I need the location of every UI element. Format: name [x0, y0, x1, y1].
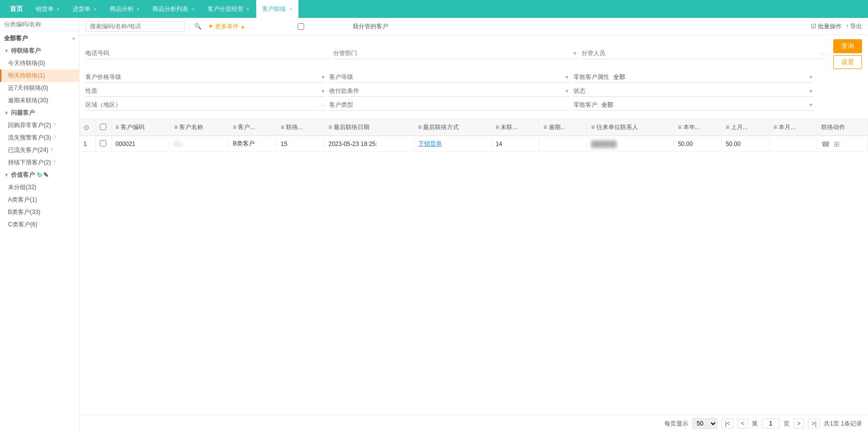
sidebar-item-churn-warning[interactable]: 流失预警客户(3) ?	[0, 132, 79, 144]
filter-dept-arrow[interactable]: ▼	[573, 51, 578, 56]
search-input[interactable]	[85, 21, 185, 32]
next-page-btn[interactable]: >	[794, 419, 804, 429]
close-product-analysis-icon[interactable]: ×	[137, 6, 140, 12]
nav-product-analysis-list[interactable]: 商品分析列表 ×	[146, 0, 200, 18]
close-purchase-icon[interactable]: ×	[93, 6, 96, 12]
filter-row-1: 电话号码 分管部门 ▼ 分管人员 ··· 查询 设置	[85, 39, 862, 69]
close-product-analysis-list-icon[interactable]: ×	[191, 6, 194, 12]
group-problem-customers[interactable]: ▼ 问题客户	[0, 107, 79, 119]
page-input[interactable]	[762, 419, 780, 429]
page-label: 第	[752, 420, 758, 428]
sidebar-item-declining[interactable]: 持续下滑客户(2) ?	[0, 156, 79, 169]
col-type[interactable]: ≡ 客户...	[228, 119, 276, 136]
sidebar-item-tomorrow[interactable]: 明天待联络(1)	[0, 70, 79, 82]
sidebar-item-today[interactable]: 今天待联络(0)	[0, 57, 79, 70]
sidebar-item-grade-c[interactable]: C类客户(6)	[0, 218, 79, 231]
col-this-month[interactable]: ≡ 本月...	[769, 119, 817, 136]
col-contact-person[interactable]: ≡ 往来单位联系人	[587, 119, 674, 136]
col-this-year[interactable]: ≡ 本年...	[674, 119, 722, 136]
action-phone-icon[interactable]: ☎	[821, 140, 830, 148]
search-icon[interactable]: 🔍	[194, 23, 202, 30]
group-value-customers[interactable]: ▼ 价值客户 ↻ ✎	[0, 169, 79, 181]
filter-status-label: 状态	[574, 87, 585, 95]
last-contact-link[interactable]: 下销货单	[418, 140, 442, 147]
more-conditions-btn[interactable]: ▼ 更多条件 ▲	[206, 21, 247, 32]
col-last-month[interactable]: ≡ 上月...	[722, 119, 769, 136]
filter-retail-attr-label: 零散客户属性	[574, 73, 609, 81]
col-contact-count[interactable]: ≡ 联络...	[277, 119, 324, 136]
batch-op-btn[interactable]: ☑ 批量操作	[811, 22, 842, 31]
filter-person-more[interactable]: ···	[821, 51, 825, 57]
col-last-contact-date[interactable]: ≡ 最后联络日期	[324, 119, 414, 136]
edit-value-icon[interactable]: ✎	[43, 171, 49, 179]
sidebar-item-grade-b[interactable]: B类客户(33)	[0, 206, 79, 218]
sidebar-search-input[interactable]	[4, 21, 78, 28]
gear-icon[interactable]: ⚙	[83, 124, 90, 132]
page-suffix: 页	[784, 420, 790, 428]
prev-page-btn[interactable]: <	[737, 419, 748, 429]
help-icon-churn-warning[interactable]: ?	[53, 135, 56, 141]
nav-customer-contact[interactable]: 客户联络 ×	[256, 0, 298, 18]
row-last-contact-method[interactable]: 下销货单	[414, 136, 492, 152]
filter-price-grade-arrow[interactable]: ▼	[320, 74, 325, 80]
filter-dept-label: 分管部门	[333, 49, 357, 58]
first-page-btn[interactable]: |<	[722, 419, 733, 429]
nav-home[interactable]: 首页	[4, 0, 29, 18]
filter-retail-customer-arrow[interactable]: ▼	[808, 102, 813, 108]
my-customers-label: 我分管的客户	[353, 22, 388, 31]
filter-retail-customer-value: 全部	[601, 101, 808, 109]
sidebar-item-overdue-label: 逾期未联络(30)	[8, 96, 48, 105]
my-customers-checkbox[interactable]	[251, 23, 351, 30]
filter-nature-arrow[interactable]: ▼	[320, 88, 325, 94]
refresh-value-icon[interactable]: ↻	[37, 171, 42, 179]
action-grid-icon[interactable]: ⊞	[834, 140, 840, 148]
filter-customer-grade-arrow[interactable]: ▼	[565, 74, 570, 80]
group-pending-contact[interactable]: ▼ 待联络客户	[0, 45, 79, 57]
close-customer-contact-icon[interactable]: ×	[289, 6, 292, 12]
sidebar-item-churned-label: 已流失客户(24)	[8, 146, 48, 154]
help-icon-abnormal[interactable]: ?	[53, 123, 56, 128]
sidebar-item-overdue[interactable]: 逾期未联络(30)	[0, 94, 79, 107]
nav-purchase[interactable]: 进货单 ×	[67, 0, 102, 18]
my-customers-check-label: 我分管的客户	[251, 22, 388, 31]
filter-retail-attr-arrow[interactable]: ▼	[808, 74, 813, 80]
nav-sales[interactable]: 销货单 ×	[30, 0, 66, 18]
sidebar-item-churn-warning-label: 流失预警客户(3)	[8, 134, 51, 142]
export-btn[interactable]: ↑ 导出	[846, 22, 862, 31]
sidebar-item-abnormal[interactable]: 回购异常客户(2) ?	[0, 119, 79, 132]
filter-status-arrow[interactable]: ▼	[808, 88, 813, 94]
col-overdue[interactable]: ≡ 逾期...	[539, 119, 587, 136]
settings-btn[interactable]: 设置	[833, 55, 862, 69]
filter-nature: 性质 ▼	[85, 87, 325, 97]
col-checkbox[interactable]	[95, 119, 111, 136]
last-page-btn[interactable]: >|	[808, 419, 820, 429]
filter-retail-customer: 零散客户 全部 ▼	[574, 101, 813, 111]
sidebar-item-abnormal-label: 回购异常客户(2)	[8, 121, 51, 130]
col-name[interactable]: ≡ 客户名称	[170, 119, 228, 136]
top-actions: ☑ 批量操作 ↑ 导出	[811, 22, 862, 31]
row-overdue	[539, 136, 587, 152]
close-sales-icon[interactable]: ×	[57, 6, 60, 12]
filter-region-more[interactable]: ···	[321, 102, 325, 108]
col-uncontact[interactable]: ≡ 未联...	[491, 119, 539, 136]
sidebar-item-grade-a[interactable]: A类客户(1)	[0, 194, 79, 206]
sidebar-item-7days[interactable]: 近7天待联络(0)	[0, 82, 79, 94]
nav-product-analysis[interactable]: 商品分析 ×	[104, 0, 145, 18]
help-icon-churned[interactable]: ?	[50, 147, 53, 153]
close-customer-tier-icon[interactable]: ×	[246, 6, 249, 12]
sidebar-item-churned[interactable]: 已流失客户(24) ?	[0, 144, 79, 156]
nav-customer-tier[interactable]: 客户分层经营 ×	[202, 0, 255, 18]
filter-retail-attr: 零散客户属性 全部 ▼	[574, 73, 813, 83]
col-code[interactable]: ≡ 客户编码	[111, 119, 170, 136]
filter-payment-arrow[interactable]: ▼	[565, 88, 570, 94]
filter-payment-label: 收付款条件	[329, 87, 359, 95]
sidebar-item-ungrouped[interactable]: 未分组(32)	[0, 181, 79, 194]
row-checkbox[interactable]	[95, 136, 111, 152]
select-all-checkbox[interactable]	[100, 124, 106, 130]
help-icon-declining[interactable]: ?	[53, 160, 56, 165]
per-page-select[interactable]: 50 100 200	[692, 418, 718, 429]
all-customers-header[interactable]: 全部客户 «	[0, 31, 79, 45]
col-gear[interactable]: ⚙	[79, 119, 95, 136]
query-btn[interactable]: 查询	[833, 39, 862, 53]
col-last-contact-method[interactable]: ≡ 最后联络方式	[414, 119, 492, 136]
